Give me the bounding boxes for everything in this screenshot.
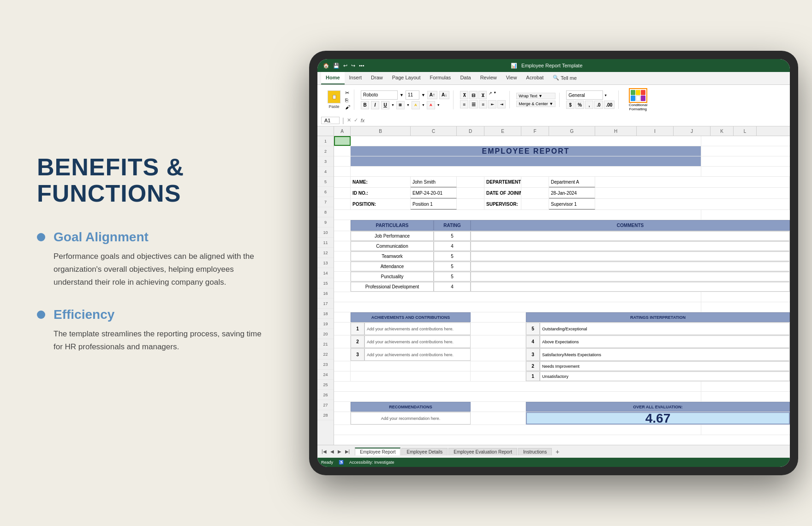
header-particulars[interactable]: PARTICULARS — [351, 220, 434, 231]
border-dropdown[interactable]: ▼ — [406, 103, 410, 107]
cell-id-label[interactable]: ID NO.: — [351, 188, 411, 198]
cell-name-label[interactable]: NAME: — [351, 177, 411, 187]
cell-rest-6[interactable] — [595, 188, 790, 198]
cell-a12[interactable] — [334, 251, 351, 261]
ach-text-2[interactable]: Add your achievements and contributions … — [364, 335, 471, 348]
more-options-icon[interactable]: ••• — [359, 63, 364, 68]
conditional-formatting-label[interactable]: Conditional Formatting — [625, 103, 651, 111]
recommendations-text[interactable]: Add your recommendation here. — [351, 412, 471, 424]
cell-pos-label[interactable]: POSITION: — [351, 199, 411, 209]
tab-insert[interactable]: Insert — [345, 72, 367, 84]
cell-name-value[interactable]: John Smith — [411, 177, 457, 187]
cell-profdev-rating[interactable]: 4 — [434, 282, 471, 292]
cell-a7[interactable] — [334, 199, 351, 209]
cell-a13[interactable] — [334, 262, 351, 271]
percent-button[interactable]: % — [575, 101, 584, 109]
cell-comm-comments[interactable] — [471, 241, 790, 251]
cell-b1-merged[interactable] — [351, 136, 701, 146]
bold-button[interactable]: B — [361, 101, 369, 109]
font-color-button[interactable]: A — [427, 101, 435, 109]
format-painter-button[interactable]: 🖌 — [345, 104, 350, 110]
cell-a26[interactable] — [334, 402, 351, 412]
wrap-text-button[interactable]: Wrap Text ▼ — [516, 93, 555, 99]
redo-icon[interactable]: ↪ — [351, 63, 355, 69]
cell-a3[interactable] — [334, 156, 351, 166]
align-top-button[interactable]: ⊼ — [460, 91, 468, 99]
rating-score-1[interactable]: 1 — [526, 371, 540, 381]
overall-score-cell[interactable]: 4.67 — [526, 412, 790, 424]
cell-a14[interactable] — [334, 272, 351, 281]
cell-f5[interactable] — [521, 177, 549, 187]
cell-attend[interactable]: Attendance — [351, 262, 434, 271]
cell-gap20[interactable] — [471, 335, 526, 348]
rating-score-4[interactable]: 4 — [526, 335, 540, 348]
tab-page-layout[interactable]: Page Layout — [388, 72, 425, 84]
cell-punct-rating[interactable]: 5 — [434, 272, 471, 281]
header-comments[interactable]: COMMENTS — [471, 220, 790, 231]
cell-doj-label[interactable]: DATE OF JOINING: — [484, 188, 521, 198]
cell-row16[interactable] — [334, 292, 701, 302]
cell-dept-value[interactable]: Department A — [549, 177, 595, 187]
cell-row8[interactable] — [334, 210, 701, 220]
sheet-tab-employee-details[interactable]: Employee Details — [401, 448, 448, 455]
cell-profdev-comments[interactable] — [471, 282, 790, 292]
last-sheet-arrow[interactable]: ▶| — [344, 449, 352, 454]
add-sheet-button[interactable]: + — [553, 448, 562, 455]
tab-data[interactable]: Data — [455, 72, 475, 84]
cell-a21[interactable] — [334, 348, 351, 361]
overall-label-cell[interactable]: OVER ALL EVALUATION: — [526, 402, 790, 412]
cell-sup-value[interactable]: Supervisor 1 — [549, 199, 595, 209]
rating-score-2[interactable]: 2 — [526, 361, 540, 371]
cell-a10[interactable] — [334, 231, 351, 241]
ach-num-3[interactable]: 3 — [351, 348, 364, 361]
border-button[interactable]: ⊞ — [396, 101, 405, 109]
cell-a15[interactable] — [334, 282, 351, 292]
cell-b3[interactable] — [351, 156, 701, 166]
align-right-button[interactable]: ≡ — [479, 100, 487, 108]
font-shrink-button[interactable]: A↓ — [439, 91, 449, 99]
formula-confirm-icon[interactable]: ✓ — [354, 117, 358, 123]
cell-gap26[interactable] — [471, 402, 526, 412]
cell-a22[interactable] — [334, 361, 351, 371]
rating-label-5[interactable]: Outstanding/Exceptional — [540, 323, 790, 335]
cell-a20[interactable] — [334, 335, 351, 348]
decrease-decimal-button[interactable]: .00 — [604, 101, 615, 109]
cell-a4[interactable] — [334, 167, 351, 176]
cell-sup-label[interactable]: SUPERVISOR: — [484, 199, 521, 209]
cell-pos-value[interactable]: Position 1 — [411, 199, 457, 209]
cell-reference-box[interactable]: A1 — [321, 117, 340, 124]
decrease-indent-button[interactable]: ⇤ — [488, 100, 496, 108]
rating-score-3[interactable]: 3 — [526, 348, 540, 361]
currency-button[interactable]: $ — [566, 101, 574, 109]
cell-team[interactable]: Teamwork — [351, 251, 434, 261]
cell-a9[interactable] — [334, 220, 351, 231]
ratings-header[interactable]: RATINGS INTERPRETATION — [526, 312, 790, 322]
tab-formulas[interactable]: Formulas — [425, 72, 456, 84]
increase-indent-button[interactable]: ⇥ — [497, 100, 506, 108]
font-size-input[interactable] — [406, 90, 419, 100]
ach-num-2[interactable]: 2 — [351, 335, 364, 348]
cell-job-rating[interactable]: 5 — [434, 231, 471, 241]
tab-acrobat[interactable]: Acrobat — [521, 72, 548, 84]
excel-home-icon[interactable]: 🏠 — [323, 63, 329, 69]
cell-job-comments[interactable] — [471, 231, 790, 241]
cell-rest-7[interactable] — [595, 199, 790, 209]
underline-dropdown[interactable]: ▼ — [391, 103, 394, 107]
formula-input[interactable] — [367, 118, 786, 123]
cell-gap23[interactable] — [471, 371, 526, 381]
font-color-dropdown[interactable]: ▼ — [437, 103, 440, 107]
align-center-button[interactable]: ☰ — [469, 100, 478, 108]
cell-row28[interactable] — [334, 425, 701, 435]
tab-draw[interactable]: Draw — [366, 72, 388, 84]
cell-d7[interactable] — [457, 199, 484, 209]
fill-dropdown[interactable]: ▼ — [422, 103, 425, 107]
merge-center-button[interactable]: Merge & Center ▼ — [516, 101, 555, 107]
cell-punct-comments[interactable] — [471, 272, 790, 281]
cell-gap22[interactable] — [471, 361, 526, 371]
copy-button[interactable]: ⎘ — [345, 97, 350, 103]
cell-a2[interactable] — [334, 146, 351, 156]
cell-comm[interactable]: Communication — [351, 241, 434, 251]
underline-button[interactable]: U — [381, 101, 389, 109]
cell-row25[interactable] — [334, 392, 701, 401]
formula-cancel-icon[interactable]: ✕ — [347, 117, 351, 123]
